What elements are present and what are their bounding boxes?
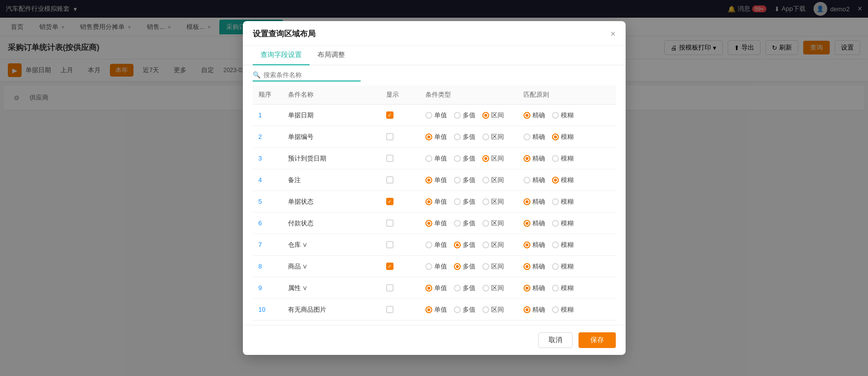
match-radio-模糊-7[interactable]: 模糊 <box>552 241 574 249</box>
type-radio-多值-10[interactable]: 多值 <box>454 305 475 314</box>
row-display-6[interactable] <box>380 215 420 231</box>
match-radio-精确-9[interactable]: 精确 <box>524 284 545 293</box>
dialog-tab-layout[interactable]: 布局调整 <box>310 46 353 65</box>
row-display-1[interactable]: ✓ <box>380 107 420 123</box>
radio-circle-多值 <box>454 263 461 270</box>
checkbox-4[interactable] <box>386 176 394 184</box>
row-display-7[interactable] <box>380 237 420 252</box>
match-radio-label-模糊: 模糊 <box>561 219 574 228</box>
type-radio-多值-3[interactable]: 多值 <box>454 154 475 163</box>
match-radio-精确-4[interactable]: 精确 <box>524 176 545 185</box>
match-radio-circle-模糊 <box>552 263 559 270</box>
match-radio-精确-7[interactable]: 精确 <box>524 241 545 249</box>
type-radio-区间-7[interactable]: 区间 <box>482 241 504 249</box>
match-radio-精确-6[interactable]: 精确 <box>524 219 545 228</box>
th-type: 条件类型 <box>420 85 518 104</box>
match-radio-circle-模糊 <box>552 285 559 292</box>
match-radio-模糊-10[interactable]: 模糊 <box>552 305 574 314</box>
row-type-10: 单值多值区间 <box>420 301 518 318</box>
dialog-tab-query-fields[interactable]: 查询字段设置 <box>253 46 310 65</box>
type-radio-单值-8[interactable]: 单值 <box>425 262 447 271</box>
type-radio-多值-6[interactable]: 多值 <box>454 219 475 228</box>
type-radio-单值-3[interactable]: 单值 <box>425 154 447 163</box>
row-display-5[interactable]: ✓ <box>380 194 420 209</box>
checkbox-2[interactable] <box>386 133 394 140</box>
checkbox-8[interactable]: ✓ <box>386 263 394 270</box>
type-radio-多值-2[interactable]: 多值 <box>454 133 475 141</box>
checkbox-7[interactable] <box>386 241 394 248</box>
row-display-9[interactable] <box>380 280 420 295</box>
row-display-10[interactable] <box>380 302 420 317</box>
cancel-btn[interactable]: 取消 <box>538 332 573 348</box>
match-radio-模糊-4[interactable]: 模糊 <box>552 176 574 185</box>
type-radio-单值-6[interactable]: 单值 <box>425 219 447 228</box>
match-radio-label-精确: 精确 <box>532 133 545 141</box>
row-display-2[interactable] <box>380 129 420 144</box>
type-radio-区间-6[interactable]: 区间 <box>482 219 504 228</box>
match-radio-精确-2[interactable]: 精确 <box>524 133 545 141</box>
type-radio-区间-5[interactable]: 区间 <box>482 197 504 206</box>
type-radio-区间-8[interactable]: 区间 <box>482 262 504 271</box>
radio-circle-单值 <box>425 177 432 184</box>
match-radio-精确-10[interactable]: 精确 <box>524 305 545 314</box>
type-radio-单值-9[interactable]: 单值 <box>425 284 447 293</box>
row-display-4[interactable] <box>380 172 420 188</box>
match-radio-circle-模糊 <box>552 242 559 248</box>
match-radio-精确-3[interactable]: 精确 <box>524 154 545 163</box>
radio-circle-区间 <box>482 134 489 140</box>
table-row: 1单据日期✓单值多值区间精确模糊 <box>253 105 616 126</box>
row-display-8[interactable]: ✓ <box>380 259 420 274</box>
row-order-1: 1 <box>253 107 282 123</box>
search-input[interactable] <box>263 71 352 79</box>
table-row: 11来源单据日期单值多值区间精确模糊 <box>253 321 616 325</box>
type-radio-单值-4[interactable]: 单值 <box>425 176 447 185</box>
type-radio-多值-9[interactable]: 多值 <box>454 284 475 293</box>
match-radio-模糊-6[interactable]: 模糊 <box>552 219 574 228</box>
checkbox-9[interactable] <box>386 284 394 292</box>
type-radio-多值-1[interactable]: 多值 <box>454 111 475 120</box>
match-radio-模糊-1[interactable]: 模糊 <box>552 111 574 120</box>
type-radio-区间-3[interactable]: 区间 <box>482 154 504 163</box>
type-radio-区间-2[interactable]: 区间 <box>482 133 504 141</box>
dialog-table: 顺序 条件名称 显示 条件类型 匹配原则 1单据日期✓单值多值区间精确模糊2单据… <box>243 85 626 325</box>
match-radio-模糊-3[interactable]: 模糊 <box>552 154 574 163</box>
row-name-9: 属性 ∨ <box>282 280 380 296</box>
match-radio-精确-5[interactable]: 精确 <box>524 197 545 206</box>
type-radio-多值-8[interactable]: 多值 <box>454 262 475 271</box>
type-radio-多值-4[interactable]: 多值 <box>454 176 475 185</box>
match-radio-label-模糊: 模糊 <box>561 133 574 141</box>
match-radio-精确-1[interactable]: 精确 <box>524 111 545 120</box>
dialog-close-btn[interactable]: × <box>610 29 616 39</box>
type-radio-单值-5[interactable]: 单值 <box>425 197 447 206</box>
row-match-7: 精确模糊 <box>518 237 616 253</box>
type-radio-多值-7[interactable]: 多值 <box>454 241 475 249</box>
type-radio-单值-2[interactable]: 单值 <box>425 133 447 141</box>
cancel-label: 取消 <box>549 336 562 344</box>
type-radio-区间-9[interactable]: 区间 <box>482 284 504 293</box>
checkbox-10[interactable] <box>386 306 394 313</box>
dialog-overlay[interactable]: 设置查询区域布局 × 查询字段设置 布局调整 🔍 顺序 条件名称 显示 <box>0 0 868 376</box>
type-radio-单值-10[interactable]: 单值 <box>425 305 447 314</box>
type-radio-单值-1[interactable]: 单值 <box>425 111 447 120</box>
match-radio-label-精确: 精确 <box>532 154 545 163</box>
row-display-3[interactable] <box>380 151 420 166</box>
match-radio-模糊-5[interactable]: 模糊 <box>552 197 574 206</box>
radio-label-多值: 多值 <box>463 154 475 163</box>
radio-label-区间: 区间 <box>491 241 504 249</box>
checkbox-3[interactable] <box>386 155 394 162</box>
checkbox-6[interactable] <box>386 219 394 227</box>
checkbox-5[interactable]: ✓ <box>386 198 394 205</box>
type-radio-区间-1[interactable]: 区间 <box>482 111 504 120</box>
save-btn[interactable]: 保存 <box>579 332 616 348</box>
radio-label-单值: 单值 <box>434 241 447 249</box>
match-radio-精确-8[interactable]: 精确 <box>524 262 545 271</box>
type-radio-多值-5[interactable]: 多值 <box>454 197 475 206</box>
type-radio-区间-10[interactable]: 区间 <box>482 305 504 314</box>
type-radio-区间-4[interactable]: 区间 <box>482 176 504 185</box>
checkbox-1[interactable]: ✓ <box>386 111 394 119</box>
match-radio-模糊-8[interactable]: 模糊 <box>552 262 574 271</box>
type-radio-单值-7[interactable]: 单值 <box>425 241 447 249</box>
match-radio-模糊-2[interactable]: 模糊 <box>552 133 574 141</box>
match-radio-circle-模糊 <box>552 155 559 162</box>
match-radio-模糊-9[interactable]: 模糊 <box>552 284 574 293</box>
